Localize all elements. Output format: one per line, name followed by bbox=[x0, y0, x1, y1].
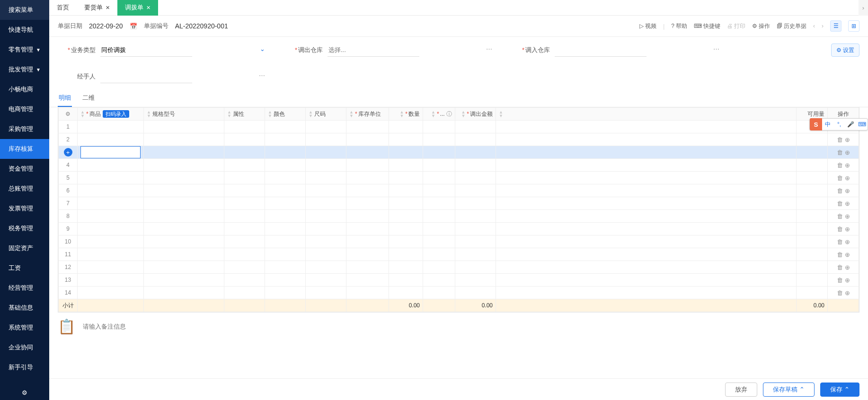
ime-mic-icon[interactable]: 🎤 bbox=[845, 118, 856, 130]
copy-icon[interactable]: ⊕ bbox=[845, 238, 850, 245]
next-doc[interactable]: › bbox=[822, 23, 824, 29]
sidebar-item-10[interactable]: 发票管理 bbox=[0, 199, 49, 218]
sidebar-item-16[interactable]: 系统管理 bbox=[0, 318, 49, 338]
sidebar-item-13[interactable]: 工资 bbox=[0, 258, 49, 278]
table-row[interactable]: 1🗑⊕ bbox=[59, 121, 859, 133]
tab-调拨单[interactable]: 调拨单✕ bbox=[117, 0, 158, 16]
copy-icon[interactable]: ⊕ bbox=[845, 200, 850, 207]
tab-grid[interactable]: 二维 bbox=[81, 90, 96, 107]
info-icon[interactable]: ⓘ bbox=[446, 111, 452, 117]
close-icon[interactable]: ✕ bbox=[146, 5, 151, 11]
copy-icon[interactable]: ⊕ bbox=[845, 289, 850, 296]
shortcut-action[interactable]: ⌨快捷键 bbox=[694, 22, 720, 30]
history-action[interactable]: 🗐历史单据 bbox=[777, 22, 806, 30]
delete-icon[interactable]: 🗑 bbox=[837, 264, 843, 271]
copy-icon[interactable]: ⊕ bbox=[845, 136, 850, 143]
biz-type-select[interactable] bbox=[100, 43, 192, 57]
sidebar-item-7[interactable]: 库存核算 bbox=[0, 139, 49, 159]
sidebar-item-18[interactable]: 新手引导 bbox=[0, 357, 49, 377]
sidebar-item-6[interactable]: 采购管理 bbox=[0, 119, 49, 139]
table-row[interactable]: 4🗑⊕ bbox=[59, 159, 859, 172]
help-action[interactable]: ?帮助 bbox=[671, 22, 687, 30]
table-row[interactable]: 11🗑⊕ bbox=[59, 248, 859, 261]
ime-keyboard-icon[interactable]: ⌨ bbox=[856, 118, 868, 130]
product-cell-input[interactable] bbox=[80, 146, 141, 158]
handler-input[interactable] bbox=[100, 70, 192, 83]
tab-detail[interactable]: 明细 bbox=[58, 90, 72, 107]
sidebar-item-11[interactable]: 税务管理 bbox=[0, 218, 49, 238]
discard-button[interactable]: 放弃 bbox=[725, 383, 757, 397]
sidebar-item-9[interactable]: 总账管理 bbox=[0, 179, 49, 199]
close-icon[interactable]: ✕ bbox=[106, 5, 110, 11]
table-row[interactable]: 7🗑⊕ bbox=[59, 197, 859, 210]
delete-icon[interactable]: 🗑 bbox=[837, 149, 843, 156]
copy-icon[interactable]: ⊕ bbox=[845, 162, 850, 169]
sidebar-item-4[interactable]: 小畅电商 bbox=[0, 79, 49, 99]
sidebar-item-0[interactable]: 搜索菜单 bbox=[0, 0, 49, 20]
sidebar-settings[interactable]: ⚙ bbox=[0, 385, 49, 400]
col-unit[interactable]: ▲▼*库存单位 bbox=[346, 108, 389, 121]
sidebar-item-15[interactable]: 基础信息 bbox=[0, 298, 49, 318]
table-row[interactable]: 13🗑⊕ bbox=[59, 274, 859, 287]
sidebar-item-2[interactable]: 零售管理▼ bbox=[0, 40, 49, 60]
col-price[interactable]: ▲▼*... ⓘ bbox=[423, 108, 455, 121]
sidebar-item-1[interactable]: 快捷导航 bbox=[0, 20, 49, 40]
video-action[interactable]: ▷视频 bbox=[639, 22, 656, 30]
delete-icon[interactable]: 🗑 bbox=[837, 289, 843, 296]
table-row[interactable]: 8🗑⊕ bbox=[59, 210, 859, 223]
remark-input[interactable] bbox=[83, 323, 859, 330]
in-warehouse-input[interactable] bbox=[555, 43, 647, 57]
table-row[interactable]: +🗑⊕ bbox=[59, 146, 859, 159]
out-warehouse-input[interactable] bbox=[328, 43, 419, 57]
table-row[interactable]: 5🗑⊕ bbox=[59, 172, 859, 184]
prev-doc[interactable]: ‹ bbox=[813, 23, 815, 29]
sidebar-item-8[interactable]: 资金管理 bbox=[0, 159, 49, 179]
col-attr[interactable]: ▲▼属性 bbox=[224, 108, 265, 121]
sidebar-item-3[interactable]: 批发管理▼ bbox=[0, 60, 49, 79]
print-action[interactable]: 🖨打印 bbox=[727, 22, 745, 30]
delete-icon[interactable]: 🗑 bbox=[837, 174, 843, 182]
col-product[interactable]: ▲▼*商品扫码录入 bbox=[78, 108, 144, 121]
delete-icon[interactable]: 🗑 bbox=[837, 213, 843, 220]
table-row[interactable]: 2🗑⊕ bbox=[59, 133, 859, 146]
delete-icon[interactable]: 🗑 bbox=[837, 277, 843, 284]
calendar-icon[interactable]: 📅 bbox=[130, 23, 137, 30]
col-blank[interactable]: ▲▼ bbox=[496, 108, 797, 121]
copy-icon[interactable]: ⊕ bbox=[845, 226, 850, 233]
column-settings[interactable]: ⚙ bbox=[59, 108, 78, 121]
view-mode-list[interactable]: ☰ bbox=[830, 20, 841, 32]
delete-icon[interactable]: 🗑 bbox=[837, 162, 843, 169]
delete-icon[interactable]: 🗑 bbox=[837, 226, 843, 233]
operate-action[interactable]: ⚙操作 bbox=[752, 22, 770, 30]
tab-要货单[interactable]: 要货单✕ bbox=[77, 0, 117, 16]
view-mode-grid[interactable]: ⊞ bbox=[848, 20, 859, 32]
col-color[interactable]: ▲▼颜色 bbox=[265, 108, 306, 121]
copy-icon[interactable]: ⊕ bbox=[845, 277, 850, 284]
col-qty[interactable]: ▲▼*数量 bbox=[389, 108, 423, 121]
table-row[interactable]: 12🗑⊕ bbox=[59, 261, 859, 274]
more-icon[interactable]: ⋯ bbox=[259, 72, 265, 79]
delete-icon[interactable]: 🗑 bbox=[837, 187, 843, 194]
settings-button[interactable]: ⚙设置 bbox=[831, 43, 859, 57]
copy-icon[interactable]: ⊕ bbox=[845, 174, 850, 182]
copy-icon[interactable]: ⊕ bbox=[845, 251, 850, 258]
table-row[interactable]: 10🗑⊕ bbox=[59, 235, 859, 248]
save-button[interactable]: 保存⌃ bbox=[820, 383, 859, 397]
more-icon[interactable]: ⋯ bbox=[486, 45, 492, 52]
doc-date-value[interactable]: 2022-09-20 bbox=[89, 22, 123, 30]
ime-punct-icon[interactable]: °, bbox=[833, 118, 845, 130]
sidebar-item-14[interactable]: 经营管理 bbox=[0, 278, 49, 298]
sidebar-item-17[interactable]: 企业协同 bbox=[0, 338, 49, 357]
tab-首页[interactable]: 首页 bbox=[49, 0, 77, 16]
col-spec[interactable]: ▲▼规格型号 bbox=[144, 108, 224, 121]
ime-lang[interactable]: 中 bbox=[822, 118, 833, 130]
scan-button[interactable]: 扫码录入 bbox=[103, 110, 129, 118]
table-row[interactable]: 9🗑⊕ bbox=[59, 223, 859, 235]
copy-icon[interactable]: ⊕ bbox=[845, 264, 850, 271]
copy-icon[interactable]: ⊕ bbox=[845, 149, 850, 156]
delete-icon[interactable]: 🗑 bbox=[837, 136, 843, 143]
copy-icon[interactable]: ⊕ bbox=[845, 213, 850, 220]
copy-icon[interactable]: ⊕ bbox=[845, 187, 850, 194]
save-draft-button[interactable]: 保存草稿⌃ bbox=[763, 383, 815, 397]
col-size[interactable]: ▲▼尺码 bbox=[306, 108, 346, 121]
